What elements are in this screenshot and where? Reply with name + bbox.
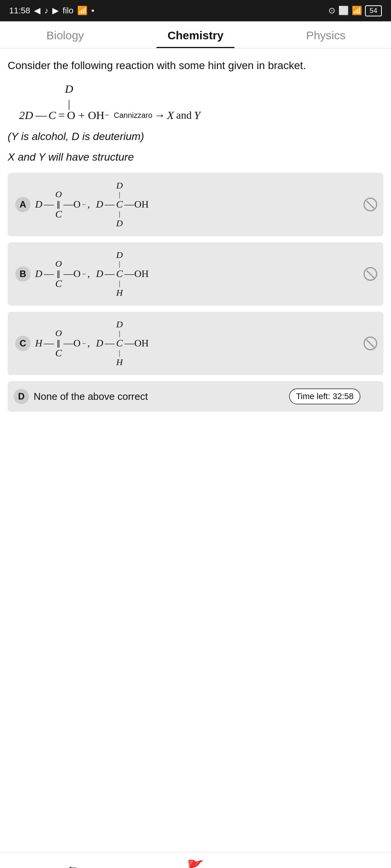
oh-label: OH (88, 110, 104, 121)
2d-label: 2D (19, 110, 33, 121)
dot-indicator: • (91, 6, 94, 16)
option-c-no-icon (364, 337, 377, 350)
tab-physics[interactable]: Physics (261, 21, 391, 48)
status-left: 11:58 ◀ ♪ ▶ filo 📶 • (9, 6, 94, 16)
previous-button[interactable]: ← Previous (11, 860, 134, 868)
option-b[interactable]: B D — O ‖ C —O − , (8, 242, 383, 306)
timer-badge: Time left: 32:58 (289, 388, 360, 404)
cannizzaro-label: Cannizzaro (114, 111, 152, 119)
options-area: A D — O ‖ C —O (8, 173, 383, 412)
tab-chemistry[interactable]: Chemistry (130, 21, 260, 48)
option-c[interactable]: C H — O ‖ C —O − , (8, 312, 383, 375)
navigation-icon: ◀ (34, 6, 40, 16)
flag-icon: 🚩 (187, 859, 204, 868)
signal-bars: 📶 (352, 6, 362, 16)
option-b-label: B (15, 266, 31, 282)
bottom-nav: ← Previous 🚩 Flag SKIP (0, 852, 391, 868)
back-arrow-icon: ← (67, 860, 79, 868)
option-d[interactable]: D None of the above correct Time left: 3… (8, 381, 383, 412)
subtext2: X and Y will have structure (8, 149, 383, 165)
question-text: Consider the following reaction with som… (8, 58, 383, 74)
music-icon: ♪ (44, 6, 48, 16)
option-d-label: D (14, 389, 29, 404)
flag-button[interactable]: 🚩 Flag (134, 859, 257, 868)
wifi-icon: 📶 (77, 6, 87, 16)
c-center: C (48, 110, 56, 121)
dash1: — (36, 110, 47, 121)
status-bar: 11:58 ◀ ♪ ▶ filo 📶 • ⊙ ⬜ 📶 54 (0, 0, 391, 21)
status-right: ⊙ ⬜ 📶 54 (328, 5, 382, 16)
option-a-no-icon (364, 198, 377, 211)
screen-icon: ⬜ (338, 6, 349, 16)
option-c-content: H — O ‖ C —O − , D — (35, 319, 359, 367)
tab-bar: Biology Chemistry Physics (0, 21, 391, 48)
option-b-content: D — O ‖ C —O − , D — (35, 250, 359, 298)
minus-sign: − (105, 111, 109, 119)
y-label: Y (194, 110, 200, 121)
option-a[interactable]: A D — O ‖ C —O (8, 173, 383, 236)
scrollable-content: Consider the following reaction with som… (0, 48, 391, 848)
x-label: X (167, 110, 174, 121)
option-c-label: C (15, 336, 31, 351)
option-a-content: D — O ‖ C —O − , D (35, 180, 359, 229)
content-area: Consider the following reaction with som… (0, 48, 391, 412)
main-container: Consider the following reaction with som… (0, 48, 391, 868)
clock-icon: ⊙ (328, 6, 335, 16)
time-display: 11:58 (9, 6, 30, 16)
option-a-label: A (15, 197, 31, 212)
d-top: D (65, 81, 73, 96)
equation-area: D | 2D — C = O + OH − Cannizzaro (19, 81, 383, 121)
o-label: O (67, 110, 76, 121)
equals-sign: = (58, 110, 65, 121)
video-icon: ▶ (52, 6, 59, 16)
and-label: and (176, 110, 191, 121)
app-name: filo (63, 6, 73, 16)
option-b-no-icon (364, 267, 377, 281)
tab-biology[interactable]: Biology (0, 21, 130, 48)
plus-sign: + (78, 110, 85, 121)
reaction-arrow: → (154, 110, 165, 121)
subtext1: (Y is alcohol, D is deuterium) (8, 129, 383, 145)
battery-indicator: 54 (365, 5, 382, 16)
